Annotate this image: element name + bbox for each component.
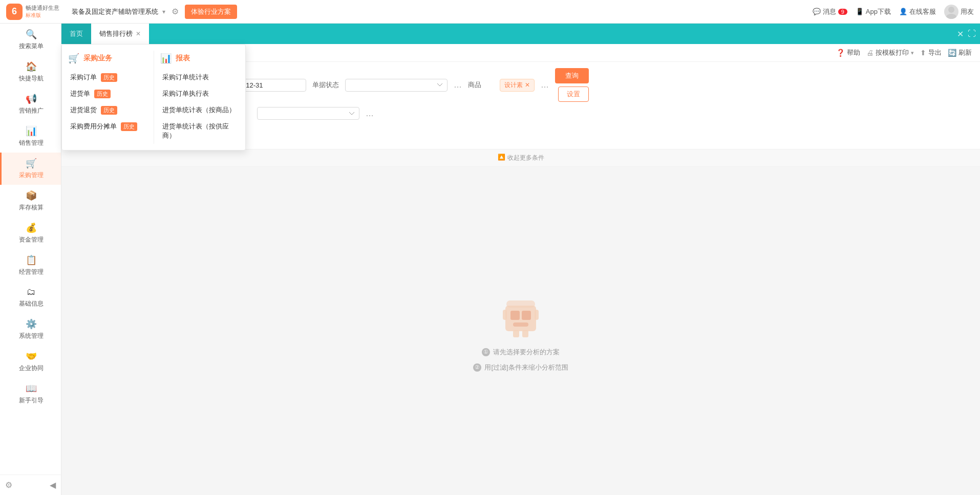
dropdown-item-purchase-order[interactable]: 采购订单 历史 — [68, 69, 147, 85]
purchase-return-label: 进货退货 — [70, 105, 97, 115]
dropdown-item-receive-goods-stat[interactable]: 进货单统计表（按商品） — [160, 102, 240, 118]
dropdown-report-header: 📊 报表 — [160, 51, 240, 69]
purchase-col-icon: 🛒 — [68, 53, 79, 64]
order-exec-label: 采购订单执行表 — [162, 89, 209, 98]
dropdown-item-order-exec[interactable]: 采购订单执行表 — [160, 85, 240, 102]
purchase-dropdown-menu: 🛒 采购业务 采购订单 历史 进货单 历史 进货退货 历史 采购费用分摊单 历史… — [61, 44, 246, 150]
dropdown-report-col: 📊 报表 采购订单统计表 采购订单执行表 进货单统计表（按商品） 进货单统计表（… — [154, 51, 246, 144]
receive-goods-stat-label: 进货单统计表（按商品） — [162, 105, 236, 115]
dropdown-purchase-header: 🛒 采购业务 — [68, 51, 147, 69]
dropdown-report-title: 报表 — [176, 54, 190, 63]
dropdown-item-order-stat[interactable]: 采购订单统计表 — [160, 69, 240, 85]
purchase-receive-label: 进货单 — [70, 89, 90, 98]
history-badge-1: 历史 — [101, 73, 117, 82]
dropdown-purchase-title: 采购业务 — [83, 54, 112, 63]
history-badge-2: 历史 — [94, 90, 111, 98]
dropdown-item-purchase-return[interactable]: 进货退货 历史 — [68, 102, 147, 118]
history-badge-4: 历史 — [121, 122, 137, 131]
receive-supplier-stat-label: 进货单统计表（按供应商） — [162, 122, 238, 140]
dropdown-item-receive-supplier-stat[interactable]: 进货单统计表（按供应商） — [160, 118, 240, 144]
purchase-order-label: 采购订单 — [70, 73, 97, 82]
dropdown-item-purchase-receive[interactable]: 进货单 历史 — [68, 85, 147, 102]
dropdown-purchase-col: 🛒 采购业务 采购订单 历史 进货单 历史 进货退货 历史 采购费用分摊单 历史 — [62, 51, 154, 144]
history-badge-3: 历史 — [101, 106, 117, 115]
dropdown-item-purchase-cost[interactable]: 采购费用分摊单 历史 — [68, 118, 147, 135]
report-col-icon: 📊 — [160, 53, 172, 64]
purchase-cost-label: 采购费用分摊单 — [70, 122, 117, 131]
order-stat-label: 采购订单统计表 — [162, 73, 209, 82]
